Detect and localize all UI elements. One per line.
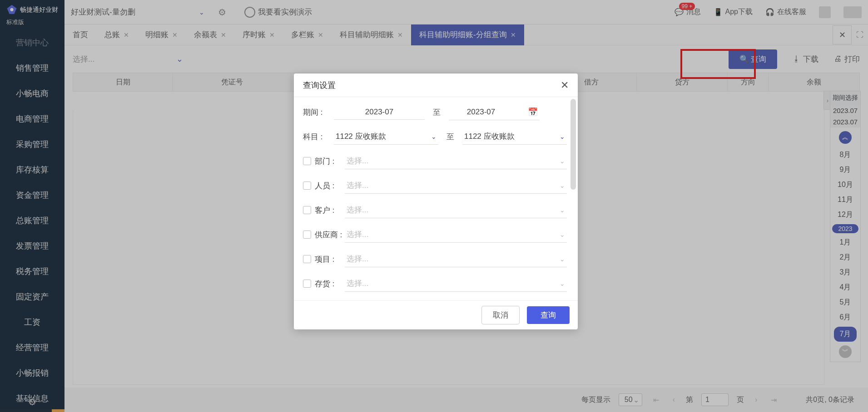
period-label: 期间 :: [303, 107, 334, 118]
chevron-down-icon: ⌄: [560, 133, 565, 140]
modal-title: 查询设置: [303, 80, 336, 91]
checkbox[interactable]: [303, 206, 311, 214]
checkbox[interactable]: [303, 280, 311, 288]
checkbox[interactable]: [303, 231, 311, 239]
filter-label: 部门 :: [315, 156, 334, 167]
cancel-button[interactable]: 取消: [481, 306, 520, 324]
filter-select[interactable]: 选择...⌄: [345, 226, 567, 243]
chevron-down-icon: ⌄: [431, 133, 436, 140]
chevron-down-icon: ⌄: [560, 231, 565, 238]
period-to-input[interactable]: 2023-07 📅: [449, 104, 540, 120]
filter-label: 供应商 :: [315, 230, 342, 240]
period-from-input[interactable]: 2023-07: [334, 105, 425, 120]
subject-label: 科目 :: [303, 132, 334, 142]
filter-label: 人员 :: [315, 181, 334, 191]
query-settings-modal: 查询设置 ✕ 期间 : 2023-07 至 2023-07 📅 科目 : 112…: [294, 74, 578, 329]
confirm-query-button[interactable]: 查询: [527, 306, 570, 324]
filter-select[interactable]: 选择...⌄: [345, 153, 567, 169]
checkbox[interactable]: [303, 157, 311, 165]
chevron-down-icon: ⌄: [560, 157, 565, 165]
calendar-icon[interactable]: 📅: [528, 107, 538, 117]
subject-from-select[interactable]: 1122 应收账款 ⌄: [334, 128, 438, 145]
filter-select[interactable]: 选择...⌄: [345, 275, 567, 292]
filter-select[interactable]: 选择...⌄: [345, 202, 567, 218]
filter-label: 存货 :: [315, 279, 334, 289]
filter-label: 客户 :: [315, 205, 334, 216]
chevron-down-icon: ⌄: [560, 206, 565, 214]
chevron-down-icon: ⌄: [560, 255, 565, 263]
filter-label: 项目 :: [315, 254, 334, 265]
subject-to-select[interactable]: 1122 应收账款 ⌄: [462, 128, 567, 145]
filter-label: 往来分类 :: [314, 300, 345, 300]
close-icon[interactable]: ✕: [560, 79, 569, 91]
filter-select[interactable]: 选择...⌄: [345, 177, 567, 194]
checkbox[interactable]: [303, 255, 311, 263]
chevron-down-icon: ⌄: [560, 182, 565, 189]
filter-select[interactable]: 选择...⌄: [345, 251, 567, 267]
modal-scrollbar[interactable]: [570, 99, 577, 299]
chevron-down-icon: ⌄: [560, 280, 565, 287]
checkbox[interactable]: [303, 181, 311, 190]
